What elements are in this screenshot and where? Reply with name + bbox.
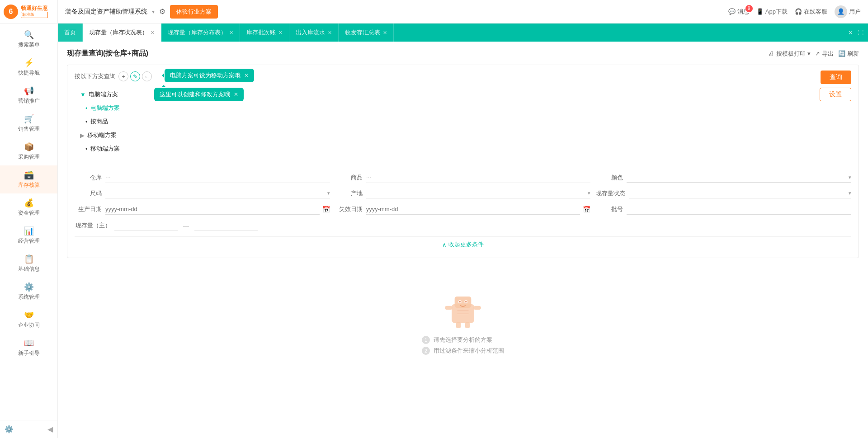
scheme-item-pc[interactable]: • 电脑端方案 (75, 101, 147, 115)
calendar-icon-produce-start[interactable]: 📅 (322, 206, 330, 213)
field-input-qty-min[interactable] (114, 220, 178, 231)
query-button[interactable]: 查询 (821, 71, 851, 84)
tab-inventory-status[interactable]: 现存量（库存状况表） ✕ (83, 24, 161, 42)
range-dash: — (183, 222, 189, 229)
header-left: 装备及固定资产辅助管理系统 ▾ ⚙ 体验行业方案 (65, 5, 218, 19)
tab-collect-summary[interactable]: 收发存汇总表 ✕ (339, 24, 394, 42)
field-label-color: 颜色 (596, 174, 623, 182)
content-wrapper: 现存量查询(按仓库+商品) 🖨 按模板打印 ▾ ↗ 导出 🔄 刷新 (58, 42, 868, 438)
tab-batch-account[interactable]: 库存批次账 ✕ (240, 24, 289, 42)
tab-close-icon[interactable]: ✕ (383, 30, 387, 36)
calendar-icon-expire[interactable]: 📅 (583, 206, 590, 213)
system-dropdown-icon[interactable]: ▾ (152, 9, 155, 15)
scheme-pc-label: 电脑端方案 (89, 90, 118, 99)
tab-close-all-icon[interactable]: ✕ (848, 29, 853, 36)
field-input-color[interactable]: ▾ (627, 173, 851, 183)
logo-text: 畅通好生意 标准版 (21, 5, 48, 18)
add-scheme-button[interactable]: + (118, 71, 128, 81)
scheme-item-by-goods[interactable]: • 按商品 (75, 115, 147, 128)
sidebar-item-purchase[interactable]: 📦 采购管理 (0, 137, 57, 165)
tab-close-icon[interactable]: ✕ (229, 30, 233, 36)
app-download-item[interactable]: 📱 App下载 (756, 8, 788, 16)
date-input-produce-start[interactable] (105, 204, 320, 215)
filter-field-origin: 产地 ▾ (335, 188, 591, 198)
tab-inventory-dist[interactable]: 现存量（库存分布表） ✕ (161, 24, 240, 42)
sidebar-footer: ⚙️ ◀ (0, 420, 57, 438)
sidebar-item-inventory[interactable]: 🗃️ 库存核算 (0, 165, 57, 193)
print-dropdown-icon: ▾ (807, 50, 811, 57)
pc-scheme-icon: • (85, 105, 88, 112)
collapse-row[interactable]: ∧ 收起更多条件 (75, 236, 851, 252)
scheme-item-label: 电脑端方案 (90, 104, 120, 112)
field-input-batch[interactable] (627, 204, 851, 215)
sidebar-item-marketing[interactable]: 📢 营销推广 (0, 81, 57, 109)
tab-in-out-flow[interactable]: 出入库流水 ✕ (289, 24, 339, 42)
tip-num-2: 2 (422, 347, 430, 355)
sidebar-item-quick-nav[interactable]: ⚡ 快捷导航 (0, 53, 57, 81)
search-icon: 🔍 (24, 30, 34, 40)
sidebar-nav: 🔍 搜索菜单 ⚡ 快捷导航 📢 营销推广 🛒 销售管理 📦 采购管理 🗃️ 库存… (0, 24, 57, 420)
logo-badge: 标准版 (21, 12, 48, 18)
user-avatar: 👤 (835, 5, 847, 18)
sidebar-item-guide[interactable]: 📖 新手引导 (0, 334, 57, 362)
empty-illustration (440, 285, 486, 330)
field-input-goods[interactable]: ··· (366, 172, 591, 183)
tab-home[interactable]: 首页 (58, 24, 83, 42)
field-input-qty-max[interactable] (194, 220, 258, 231)
scheme-item-mobile[interactable]: • 移动端方案 (75, 142, 147, 155)
sidebar-item-search[interactable]: 🔍 搜索菜单 (0, 25, 57, 53)
field-input-warehouse[interactable]: ··· (105, 172, 330, 183)
quick-nav-icon: ⚡ (24, 58, 34, 68)
refresh-icon: 🔄 (838, 50, 845, 57)
svg-rect-8 (456, 322, 461, 328)
date-field-produce: 📅 (105, 204, 330, 215)
chevron-down-icon: ▼ (80, 91, 86, 98)
main-content: 装备及固定资产辅助管理系统 ▾ ⚙ 体验行业方案 💬 消息 9 📱 App下载 … (58, 0, 868, 438)
filter-field-inventory-status: 现存量状态 ▾ (596, 188, 851, 198)
tab-close-icon[interactable]: ✕ (278, 30, 283, 36)
empty-tip-2: 2 用过滤条件来缩小分析范围 (422, 347, 504, 355)
app-download-icon: 📱 (756, 8, 764, 15)
online-service-item[interactable]: 🎧 在线客服 (795, 8, 827, 16)
scheme-item-label: 按商品 (90, 118, 108, 126)
app-download-label: App下载 (765, 8, 788, 16)
sidebar-item-finance[interactable]: 💰 资金管理 (0, 193, 57, 221)
tooltip-close-icon[interactable]: ✕ (244, 72, 249, 79)
sidebar-item-system[interactable]: ⚙️ 系统管理 (0, 278, 57, 306)
field-input-size[interactable]: ▾ (105, 188, 330, 198)
sidebar-item-enterprise[interactable]: 🤝 企业协同 (0, 306, 57, 334)
sidebar: 6 畅通好生意 标准版 🔍 搜索菜单 ⚡ 快捷导航 📢 营销推广 🛒 销售管理 … (0, 0, 58, 438)
filter-row-2: 尺码 ▾ 产地 ▾ (75, 188, 851, 198)
filter-section: 按以下方案查询 + ✎ ← 电脑方案可设为移动方案哦 ✕ (67, 65, 859, 258)
collapse-sidebar-icon[interactable]: ◀ (47, 425, 53, 433)
tab-bar-end: ✕ ⛶ (844, 24, 868, 42)
sidebar-item-operations[interactable]: 📊 经营管理 (0, 221, 57, 250)
finance-icon: 💰 (24, 198, 34, 208)
scheme-category-pc[interactable]: ▼ 电脑端方案 (75, 88, 147, 101)
tab-close-icon[interactable]: ✕ (328, 30, 332, 36)
tab-label: 库存批次账 (246, 28, 276, 37)
filter-field-warehouse: 仓库 ··· (75, 172, 330, 183)
date-input-expire-start[interactable] (366, 204, 580, 215)
user-item[interactable]: 👤 用户 (835, 5, 861, 18)
filter-field-goods: 商品 ··· (335, 172, 591, 183)
message-icon-item[interactable]: 💬 消息 9 (728, 8, 749, 16)
print-button[interactable]: 🖨 按模板打印 ▾ (769, 50, 811, 58)
tab-expand-icon[interactable]: ⛶ (858, 29, 863, 36)
sidebar-item-sales[interactable]: 🛒 销售管理 (0, 109, 57, 137)
export-button[interactable]: ↗ 导出 (815, 50, 834, 58)
header-settings-icon[interactable]: ⚙ (159, 7, 165, 16)
field-label-origin: 产地 (335, 189, 363, 198)
field-input-inventory-status[interactable]: ▾ (629, 188, 851, 198)
field-input-origin[interactable]: ▾ (366, 188, 591, 198)
edit-tooltip-close-icon[interactable]: ✕ (234, 91, 238, 98)
scheme-category-mobile[interactable]: ▶ 移动端方案 (75, 128, 147, 142)
tab-close-icon[interactable]: ✕ (151, 30, 155, 36)
trial-button[interactable]: 体验行业方案 (170, 5, 218, 19)
refresh-button[interactable]: 🔄 刷新 (838, 50, 859, 58)
back-scheme-button[interactable]: ← (142, 71, 152, 81)
filter-field-inventory-qty: 现存量（主） — (75, 220, 292, 231)
sidebar-item-basic-info[interactable]: 📋 基础信息 (0, 250, 57, 278)
edit-scheme-button[interactable]: ✎ (130, 71, 140, 81)
settings-footer-icon[interactable]: ⚙️ (5, 425, 14, 433)
